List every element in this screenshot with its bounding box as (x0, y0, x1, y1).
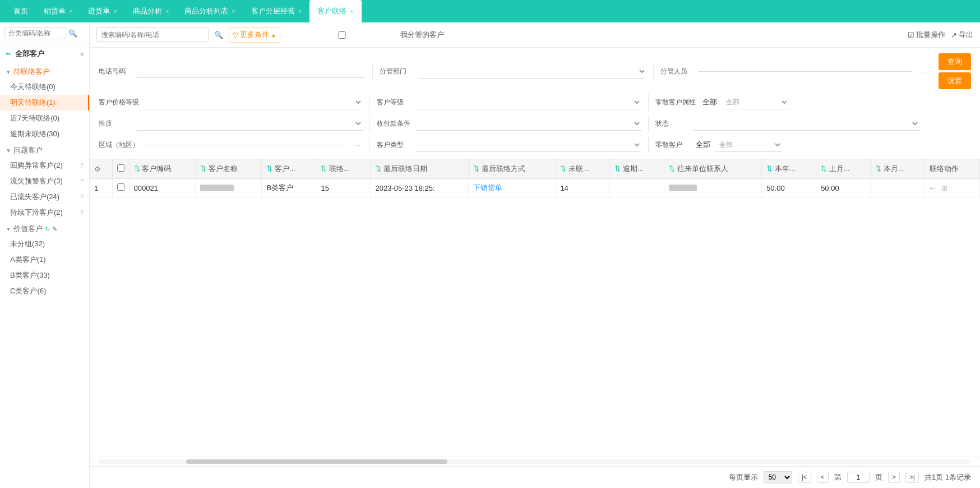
sort-icon[interactable]: ⇅ (134, 164, 140, 173)
customer-type-select[interactable] (415, 138, 641, 152)
help-icon-4[interactable]: ? (80, 209, 84, 216)
th-uncontacted: ⇅ 未联... (556, 159, 610, 179)
sidebar-item-churn-warning[interactable]: 流失预警客户(3) ? (0, 173, 89, 189)
customer-level-select[interactable] (415, 95, 641, 109)
help-icon-3[interactable]: ? (80, 194, 84, 200)
sidebar-group-value-customer[interactable]: ▼ 价值客户 ↻ ✎ (0, 220, 89, 236)
sidebar-group-pending-contact[interactable]: ▼ 待联络客户 (0, 63, 89, 79)
sidebar-search-icon[interactable]: 🔍 (68, 29, 77, 38)
first-page-btn[interactable]: |< (798, 472, 811, 483)
phone-input[interactable] (137, 65, 366, 78)
sort-icon-12[interactable]: ⇅ (875, 164, 881, 173)
search-input[interactable] (96, 27, 209, 42)
nav-product-analysis[interactable]: 商品分析 × (125, 0, 177, 22)
td-this-year: 50.00 (762, 179, 816, 197)
sidebar-item-overdue-contact[interactable]: 逾期未联络(30) (0, 126, 89, 142)
price-level-select[interactable] (144, 95, 363, 109)
more-conditions-btn[interactable]: ▽ 更多条件 ▲ (229, 27, 280, 43)
adv-filter-row-3: 性质 收付款条件 状态 (99, 115, 971, 132)
search-btn-icon[interactable]: 🔍 (214, 31, 223, 39)
sidebar-item-churned[interactable]: 已流失客户(24) ? (0, 189, 89, 205)
query-button[interactable]: 查询 (939, 53, 971, 70)
edit-icon[interactable]: ✎ (52, 225, 57, 233)
status-select[interactable] (694, 117, 919, 131)
nav-product-analysis-close-icon[interactable]: × (165, 8, 169, 15)
th-this-month: ⇅ 本月... (871, 159, 925, 179)
sidebar-group-problem-customer[interactable]: ▼ 问题客户 (0, 142, 89, 158)
sidebar-item-class-b[interactable]: B类客户(33) (0, 268, 89, 283)
help-icon-2[interactable]: ? (80, 178, 84, 185)
nav-customer-tiered-close-icon[interactable]: × (298, 8, 302, 15)
payment-select[interactable] (415, 117, 641, 131)
region-more-icon[interactable]: ··· (352, 141, 363, 149)
row-checkbox[interactable] (117, 183, 124, 191)
td-this-month (871, 179, 925, 197)
th-customer-code: ⇅ 客户编码 (129, 159, 195, 179)
gear-icon[interactable]: ⚙ (94, 165, 101, 173)
sidebar-collapse-icon[interactable]: « (80, 50, 84, 57)
select-all-checkbox[interactable] (117, 164, 124, 172)
company-contact-blurred (669, 185, 697, 191)
prev-page-btn[interactable]: < (817, 472, 829, 483)
sidebar-item-today-contact[interactable]: 今天待联络(0) (0, 79, 89, 95)
person-more-icon[interactable]: ··· (917, 67, 927, 76)
page-number-input[interactable] (847, 472, 870, 483)
retail-customer-select[interactable]: 全部 (715, 138, 782, 152)
sort-icon-5[interactable]: ⇅ (375, 164, 381, 173)
nav-product-analysis-list-close-icon[interactable]: × (232, 8, 235, 15)
sort-icon-2[interactable]: ⇅ (200, 164, 206, 173)
sidebar-item-declining[interactable]: 持续下滑客户(2) ? (0, 205, 89, 220)
sidebar-item-class-a[interactable]: A类客户(1) (0, 252, 89, 268)
nav-product-analysis-list[interactable]: 商品分析列表 × (177, 0, 243, 22)
sort-icon-8[interactable]: ⇅ (614, 164, 621, 173)
nav-sales-order-close-icon[interactable]: × (69, 8, 72, 15)
td-customer-type: B类客户 (262, 179, 316, 197)
nature-select[interactable] (137, 117, 363, 131)
sort-icon-10[interactable]: ⇅ (766, 164, 773, 173)
batch-action-btn[interactable]: ☑ 批量操作 (908, 30, 945, 40)
nav-sales-order[interactable]: 销货单 × (36, 0, 80, 22)
sidebar-item-ungrouped[interactable]: 未分组(32) (0, 236, 89, 252)
page-size-select[interactable]: 50 20 100 (764, 471, 792, 484)
scrollbar-thumb[interactable] (186, 459, 448, 464)
sort-icon-9[interactable]: ⇅ (669, 164, 675, 173)
next-page-btn[interactable]: > (888, 472, 900, 483)
sort-icon-7[interactable]: ⇅ (560, 164, 566, 173)
retail-attr-select[interactable]: 全部 (722, 95, 789, 109)
sort-icon-4[interactable]: ⇅ (321, 164, 327, 173)
nav-customer-tiered[interactable]: 客户分层经营 × (243, 0, 309, 22)
refresh-icon[interactable]: ↻ (45, 225, 50, 233)
th-last-contact-method: ⇅ 最后联络方式 (469, 159, 556, 179)
sort-icon-11[interactable]: ⇅ (821, 164, 827, 173)
table-body: 1 000021 B类客户 15 2023-05-23 18:25: 下 (90, 179, 980, 197)
dept-select[interactable] (418, 65, 646, 79)
export-btn[interactable]: ↗ 导出 (951, 30, 973, 40)
nav-home[interactable]: 首页 (6, 0, 36, 22)
sort-icon-6[interactable]: ⇅ (473, 164, 479, 173)
sidebar-search-container: 🔍 (0, 22, 89, 44)
nav-customer-contact-close-icon[interactable]: × (350, 8, 353, 15)
field-region: 区域（地区） ··· (99, 140, 363, 150)
sidebar-item-7days-contact[interactable]: 近7天待联络(0) (0, 111, 89, 126)
last-page-btn[interactable]: >| (905, 472, 919, 483)
nav-customer-contact[interactable]: 客户联络 × (309, 0, 361, 22)
contact-method-link[interactable]: 下销货单 (473, 183, 502, 192)
sidebar-item-class-c[interactable]: C类客户(6) (0, 283, 89, 299)
sidebar-all-customers[interactable]: ▪▪ 全部客户 « (0, 44, 89, 63)
filter-bar: 🔍 ▽ 更多条件 ▲ 我分管的客户 ☑ 批量操作 ↗ 导出 (90, 22, 980, 48)
help-icon-1[interactable]: ? (80, 162, 84, 169)
nav-purchase-order-close-icon[interactable]: × (113, 8, 117, 15)
sidebar-item-tomorrow-contact[interactable]: 明天待联络(1) (0, 95, 89, 111)
sidebar-item-repurchase-abnormal[interactable]: 回购异常客户(2) ? (0, 158, 89, 173)
table-row: 1 000021 B类客户 15 2023-05-23 18:25: 下 (90, 179, 980, 197)
set-button[interactable]: 设置 (939, 72, 971, 89)
sidebar-search-input[interactable] (4, 27, 66, 39)
my-customers-checkbox-label[interactable]: 我分管的客户 (286, 30, 444, 40)
my-customers-checkbox[interactable] (286, 31, 398, 39)
action-icon-2[interactable]: ⊞ (941, 184, 947, 192)
sort-icon-3[interactable]: ⇅ (266, 164, 272, 173)
nav-purchase-order[interactable]: 进货单 × (80, 0, 124, 22)
action-icon-1[interactable]: ↩ (930, 184, 936, 192)
th-last-contact-date: ⇅ 最后联络日期 (371, 159, 469, 179)
divider-3 (369, 94, 370, 111)
